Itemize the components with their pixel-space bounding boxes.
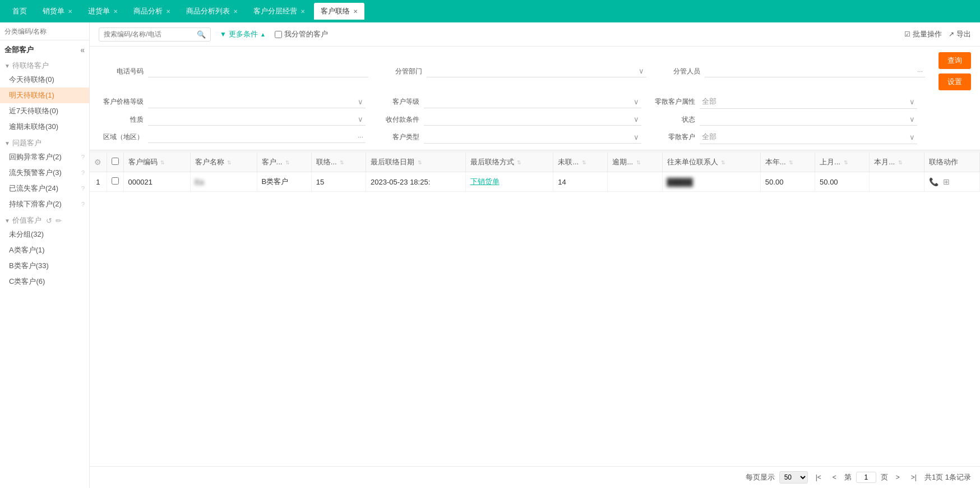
- sidebar-collapse-btn[interactable]: «: [80, 45, 85, 54]
- sidebar-item-overdue[interactable]: 逾期未联络(30): [0, 119, 89, 135]
- sidebar-item-ungrouped[interactable]: 未分组(32): [0, 227, 89, 242]
- export-btn[interactable]: ↗ 导出: [949, 29, 971, 39]
- sort-overdue-icon[interactable]: ⇅: [636, 160, 641, 165]
- th-checkbox[interactable]: [107, 153, 123, 172]
- nav-customer-segment[interactable]: 客户分层经营 ✕: [247, 3, 312, 20]
- last-page-btn[interactable]: >|: [908, 472, 920, 482]
- nav-goods-list-close[interactable]: ✕: [233, 8, 238, 15]
- filter-payment-select[interactable]: ∨: [424, 113, 641, 126]
- filter-field-status: 状态 ∨: [650, 113, 917, 126]
- th-code: 客户编码 ⇅: [123, 153, 190, 172]
- nav-customer-segment-close[interactable]: ✕: [301, 8, 305, 15]
- sidebar-item-c-class[interactable]: C类客户(6): [0, 274, 89, 289]
- filter-status-select[interactable]: ∨: [700, 113, 917, 126]
- my-customers-checkbox-label[interactable]: 我分管的客户: [275, 29, 328, 39]
- nav-purchase[interactable]: 进货单 ✕: [81, 3, 124, 20]
- td-row-checkbox[interactable]: [107, 172, 123, 192]
- sidebar-item-today[interactable]: 今天待联络(0): [0, 72, 89, 88]
- more-filter-btn[interactable]: ▼ 更多条件 ▲: [215, 27, 270, 42]
- sort-year-icon[interactable]: ⇅: [789, 160, 793, 165]
- nav-goods[interactable]: 商品分析 ✕: [127, 3, 177, 20]
- row-checkbox[interactable]: [112, 177, 119, 185]
- sort-contacts-icon[interactable]: ⇅: [721, 160, 725, 165]
- nav-home[interactable]: 首页: [6, 3, 34, 20]
- th-type: 客户... ⇅: [257, 153, 311, 172]
- settings-btn[interactable]: 设置: [939, 73, 971, 90]
- search-icon[interactable]: 🔍: [197, 30, 206, 39]
- first-page-btn[interactable]: |<: [812, 472, 825, 482]
- settings-icon[interactable]: ⚙: [94, 158, 101, 167]
- filter-level-select[interactable]: ∨: [424, 96, 641, 108]
- filter-field-level: 客户等级 ∨: [375, 96, 641, 108]
- grid-action-icon[interactable]: ⊞: [943, 177, 950, 186]
- sort-uncontacted-icon[interactable]: ⇅: [582, 160, 586, 165]
- nav-sales[interactable]: 销货单 ✕: [36, 3, 79, 20]
- sort-this-month-icon[interactable]: ⇅: [898, 160, 903, 165]
- sidebar-item-7days[interactable]: 近7天待联络(0): [0, 103, 89, 119]
- filter-person-dots[interactable]: ···: [917, 67, 923, 75]
- nav-customer-contact-close[interactable]: ✕: [353, 8, 358, 15]
- filter-actions: 查询 设置: [939, 52, 971, 90]
- sort-date-icon[interactable]: ⇅: [418, 160, 422, 165]
- sort-code-icon[interactable]: ⇅: [160, 160, 165, 165]
- td-contacts: █████: [662, 172, 760, 192]
- next-page-btn[interactable]: >: [893, 472, 903, 482]
- page-unit: 页: [881, 472, 888, 482]
- total-label: 共1页 1条记录: [924, 472, 971, 482]
- sidebar-all-customers[interactable]: 全部客户 «: [0, 40, 89, 57]
- filter-icon: ▼: [220, 30, 226, 38]
- sort-type-icon[interactable]: ⇅: [285, 160, 290, 165]
- main-search-input[interactable]: [104, 30, 195, 38]
- filter-region-dots[interactable]: ···: [358, 133, 363, 141]
- th-last-date: 最后联络日期 ⇅: [366, 153, 466, 172]
- last-method-link[interactable]: 下销货单: [470, 177, 500, 186]
- th-settings[interactable]: ⚙: [90, 153, 107, 172]
- query-btn[interactable]: 查询: [939, 52, 971, 69]
- phone-action-icon[interactable]: 📞: [929, 177, 939, 186]
- filter-price-level-select[interactable]: ∨: [148, 96, 366, 108]
- sort-last-month-icon[interactable]: ⇅: [844, 160, 848, 165]
- sidebar-search-input[interactable]: [4, 27, 89, 35]
- value-refresh-icon[interactable]: ↺: [46, 217, 52, 225]
- prev-page-btn[interactable]: <: [829, 472, 840, 482]
- sort-contact-icon[interactable]: ⇅: [340, 160, 344, 165]
- page-size-label: 每页显示: [746, 472, 775, 482]
- sidebar-item-tomorrow[interactable]: 明天待联络(1): [0, 88, 89, 103]
- filter-retail-select[interactable]: 全部 ∨: [700, 130, 917, 144]
- filter-nature-select[interactable]: ∨: [148, 113, 366, 126]
- th-this-month: 本月... ⇅: [870, 153, 924, 172]
- nav-sales-close[interactable]: ✕: [68, 8, 72, 15]
- export-icon: ↗: [949, 30, 954, 38]
- table-select-all[interactable]: [112, 158, 119, 165]
- help-icon-4: ?: [81, 201, 85, 208]
- value-edit-icon[interactable]: ✏: [56, 217, 62, 225]
- sidebar-item-churn-warning[interactable]: 流失预警客户(3) ?: [0, 165, 89, 181]
- filter-phone-input[interactable]: [148, 66, 368, 77]
- filter-dept-select[interactable]: ∨: [427, 65, 647, 77]
- page-number-input[interactable]: [856, 472, 876, 483]
- filter-field-phone: 电话号码: [99, 66, 368, 77]
- help-icon-1: ?: [81, 154, 85, 160]
- nav-goods-list[interactable]: 商品分析列表 ✕: [179, 3, 244, 20]
- filter-retail-attr-select[interactable]: 全部 ∨: [700, 95, 917, 109]
- content-area: 🔍 ▼ 更多条件 ▲ 我分管的客户 ☑ 批量操作 ↗ 导出: [90, 22, 980, 488]
- sidebar-item-repurchase-abnormal[interactable]: 回购异常客户(2) ?: [0, 149, 89, 165]
- nav-goods-close[interactable]: ✕: [166, 8, 170, 15]
- sort-name-icon[interactable]: ⇅: [227, 160, 232, 165]
- batch-btn[interactable]: ☑ 批量操作: [904, 29, 942, 39]
- my-customers-checkbox[interactable]: [275, 31, 282, 38]
- th-action: 联络动作: [924, 153, 980, 172]
- nav-customer-contact[interactable]: 客户联络 ✕: [314, 3, 364, 20]
- page-size-select[interactable]: 50 100 200: [779, 471, 808, 484]
- td-index: 1: [90, 172, 107, 192]
- filter-retail-label: 零散客户: [650, 132, 695, 142]
- sort-method-icon[interactable]: ⇅: [517, 160, 521, 165]
- sidebar-item-churned[interactable]: 已流失客户(24) ?: [0, 181, 89, 196]
- sidebar-item-a-class[interactable]: A类客户(1): [0, 242, 89, 258]
- sidebar-item-declining[interactable]: 持续下滑客户(2) ?: [0, 196, 89, 212]
- sidebar-item-b-class[interactable]: B类客户(33): [0, 258, 89, 274]
- td-last-method[interactable]: 下销货单: [465, 172, 553, 192]
- nav-purchase-close[interactable]: ✕: [113, 8, 118, 15]
- filter-region-label: 区域（地区）: [99, 132, 144, 142]
- filter-customer-type-select[interactable]: ∨: [424, 131, 641, 144]
